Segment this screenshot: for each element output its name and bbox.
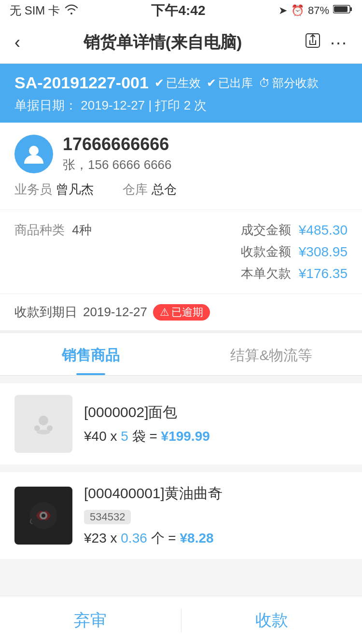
svg-rect-1	[350, 7, 352, 11]
share-button[interactable]	[305, 33, 320, 52]
bottom-bar: 弃审 收款	[0, 596, 362, 644]
svg-rect-2	[334, 6, 348, 12]
nav-bar: ‹ 销货单详情(来自电脑) ···	[0, 21, 362, 64]
alarm-icon: ⏰	[291, 4, 304, 17]
tabs: 销售商品 结算&物流等	[0, 333, 362, 376]
deal-amount-row: 成交金额 ¥485.30	[241, 222, 348, 238]
cancel-button[interactable]: 弃审	[0, 600, 181, 641]
avatar	[14, 135, 53, 173]
header-date-row: 单据日期： 2019-12-27 | 打印 2 次	[14, 97, 348, 114]
price-text-2: ¥23	[84, 531, 107, 546]
svg-point-4	[29, 146, 39, 155]
received-label: 收款金额	[241, 243, 291, 260]
nav-right: ···	[305, 32, 348, 53]
type-count: 4种	[72, 223, 91, 237]
product-price-1: ¥40 x 5 袋 = ¥199.99	[84, 427, 348, 446]
summary-left: 商品种类 4种	[14, 222, 92, 238]
svg-point-5	[39, 416, 48, 425]
status-left: 无 SIM 卡	[10, 3, 78, 18]
clock-icon: ⏱	[259, 76, 270, 90]
product-name-2: [000400001]黄油曲奇	[84, 484, 348, 504]
check-icon-1: ✔	[154, 76, 164, 90]
received-value: ¥308.95	[299, 244, 348, 260]
order-header: SA-20191227-001 ✔ 已生效 ✔ 已出库 ⏱ 部分收款 单据日期：…	[0, 64, 362, 123]
location-icon: ➤	[278, 4, 287, 17]
page-title: 销货单详情(来自电脑)	[84, 31, 242, 54]
unit-text-2: 个	[151, 531, 165, 546]
product-list: [0000002]面包 ¥40 x 5 袋 = ¥199.99 [000400	[0, 376, 362, 625]
check-icon-2: ✔	[207, 76, 216, 90]
sales-meta: 业务员 曾凡杰	[14, 181, 94, 198]
svg-point-8	[37, 430, 50, 434]
tab-sales-products[interactable]: 销售商品	[0, 333, 181, 375]
total-text-2: ¥8.28	[180, 531, 213, 546]
product-sku-2: 534532	[84, 510, 131, 524]
overdue-text: 已逾期	[171, 305, 203, 320]
product-image-2	[14, 487, 72, 545]
summary-right: 成交金额 ¥485.30 收款金额 ¥308.95 本单欠款 ¥176.35	[241, 222, 348, 282]
deal-value: ¥485.30	[299, 223, 348, 238]
due-label: 收款到期日	[14, 304, 77, 321]
confirm-button[interactable]: 收款	[181, 600, 362, 641]
owed-label: 本单欠款	[241, 265, 291, 282]
status-shipped: ✔ 已出库	[207, 75, 253, 91]
back-button[interactable]: ‹	[14, 32, 20, 53]
product-item-2: [000400001]黄油曲奇 534532 ¥23 x 0.36 个 = ¥8…	[0, 472, 362, 559]
owed-row: 本单欠款 ¥176.35	[241, 265, 348, 282]
product-price-2: ¥23 x 0.36 个 = ¥8.28	[84, 529, 348, 547]
customer-section: 17666666666 张，156 6666 6666 业务员 曾凡杰 仓库 总…	[0, 123, 362, 210]
status-effective: ✔ 已生效	[154, 75, 201, 91]
status-bar: 无 SIM 卡 下午4:42 ➤ ⏰ 87%	[0, 0, 362, 21]
overdue-badge: ⚠ 已逾期	[153, 304, 210, 321]
unit-text-1: 袋	[132, 429, 146, 444]
wifi-icon	[65, 4, 78, 17]
status-right: ➤ ⏰ 87%	[278, 4, 352, 17]
customer-name: 张，156 6666 6666	[63, 156, 172, 173]
qty-text-2: 0.36	[121, 531, 147, 546]
total-text-1: ¥199.99	[161, 429, 210, 444]
more-button[interactable]: ···	[330, 32, 348, 53]
warehouse-label: 仓库	[123, 181, 148, 198]
deal-label: 成交金额	[241, 222, 291, 238]
order-id-row: SA-20191227-001 ✔ 已生效 ✔ 已出库 ⏱ 部分收款	[14, 73, 348, 92]
due-section: 收款到期日 2019-12-27 ⚠ 已逾期	[0, 294, 362, 333]
warehouse-meta: 仓库 总仓	[123, 181, 177, 198]
owed-value: ¥176.35	[299, 266, 348, 281]
battery-text: 87%	[308, 4, 329, 17]
order-id-text: SA-20191227-001	[14, 73, 149, 92]
customer-info: 17666666666 张，156 6666 6666	[63, 134, 172, 173]
customer-top: 17666666666 张，156 6666 6666	[14, 134, 348, 173]
due-date: 2019-12-27	[83, 305, 147, 320]
product-image-1	[14, 395, 72, 453]
summary-section: 商品种类 4种 成交金额 ¥485.30 收款金额 ¥308.95 本单欠款 ¥…	[0, 210, 362, 294]
sales-label: 业务员	[14, 181, 52, 198]
customer-id: 17666666666	[63, 134, 172, 154]
warehouse-value: 总仓	[152, 181, 177, 198]
product-info-1: [0000002]面包 ¥40 x 5 袋 = ¥199.99	[84, 403, 348, 446]
product-item: [0000002]面包 ¥40 x 5 袋 = ¥199.99	[0, 383, 362, 464]
warning-icon: ⚠	[160, 306, 169, 319]
nav-left: ‹	[14, 32, 20, 53]
customer-meta: 业务员 曾凡杰 仓库 总仓	[14, 181, 348, 198]
qty-text-1: 5	[121, 429, 128, 444]
status-time: 下午4:42	[151, 1, 205, 20]
price-text-1: ¥40	[84, 429, 107, 444]
product-name-1: [0000002]面包	[84, 403, 348, 422]
battery-icon	[333, 4, 352, 17]
status-partial: ⏱ 部分收款	[259, 75, 319, 91]
carrier-text: 无 SIM 卡	[10, 3, 60, 18]
product-info-2: [000400001]黄油曲奇 534532 ¥23 x 0.36 个 = ¥8…	[84, 484, 348, 547]
type-label: 商品种类	[14, 223, 65, 237]
tab-settlement[interactable]: 结算&物流等	[181, 333, 362, 375]
svg-point-11	[42, 514, 45, 518]
sales-value: 曾凡杰	[56, 181, 94, 198]
received-row: 收款金额 ¥308.95	[241, 243, 348, 260]
